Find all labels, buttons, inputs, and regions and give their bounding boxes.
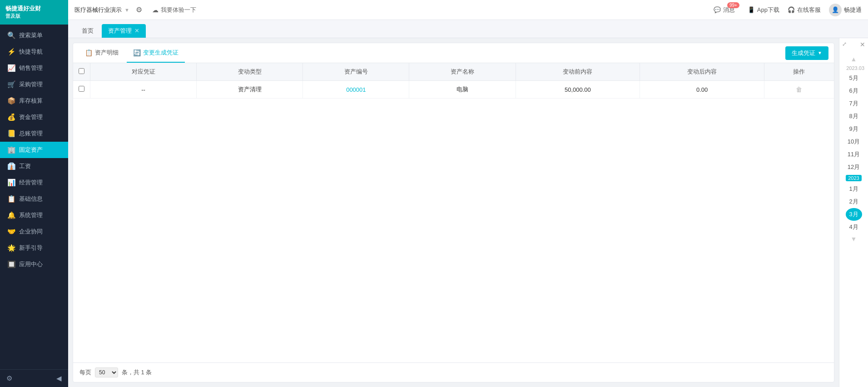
cal-month-2月[interactable]: 2月: [846, 195, 862, 208]
sidebar-item-sales[interactable]: 📈销售管理: [0, 60, 68, 76]
calendar-resize-icon[interactable]: ⤢: [842, 41, 847, 47]
content: 首页资产管理✕ 📋资产明细🔄变更生成凭证 生成凭证 ▼: [68, 20, 868, 387]
sidebar-label-fixed-assets: 固定资产: [19, 146, 43, 154]
calendar-scroll-up[interactable]: ▲: [849, 54, 859, 64]
cal-month-prev-12月[interactable]: 12月: [846, 161, 862, 174]
sidebar-item-enterprise[interactable]: 🤝企业协同: [0, 223, 68, 240]
messages-action[interactable]: 💬 消息 99+: [714, 6, 735, 14]
select-all-checkbox[interactable]: [79, 68, 84, 74]
row-operation-0: 🗑: [764, 81, 834, 99]
th-operation: 操作: [764, 63, 834, 81]
th-checkbox: [73, 63, 90, 81]
sidebar-label-search: 搜索菜单: [19, 31, 43, 40]
sidebar-label-operations: 经营管理: [19, 179, 43, 187]
per-page-select[interactable]: 102050100: [95, 367, 118, 377]
sidebar-label-salary: 工资: [19, 162, 31, 170]
cal-month-3月[interactable]: 3月: [846, 208, 862, 221]
enterprise-icon: 🤝: [7, 228, 15, 236]
page-content: 📋资产明细🔄变更生成凭证 生成凭证 ▼: [68, 38, 868, 387]
cal-month-prev-6月[interactable]: 6月: [846, 84, 862, 97]
sidebar-item-funds[interactable]: 💰资金管理: [0, 109, 68, 125]
sub-tab-asset-detail[interactable]: 📋资产明细: [79, 43, 125, 63]
sidebar-label-app-center: 应用中心: [19, 260, 43, 268]
row-voucher-0: --: [90, 81, 197, 99]
row-checkbox-0[interactable]: [79, 86, 84, 92]
topbar-settings-icon[interactable]: ⚙: [136, 5, 142, 14]
sidebar-item-guide[interactable]: 🌟新手引导: [0, 240, 68, 256]
cal-month-1月[interactable]: 1月: [846, 183, 862, 195]
tab-asset-management[interactable]: 资产管理✕: [102, 24, 146, 38]
user-profile[interactable]: 👤 畅捷通: [829, 4, 862, 16]
calendar-prev-year-label: 2023.03: [839, 65, 868, 71]
sidebar-item-salary[interactable]: 👔工资: [0, 158, 68, 174]
sidebar-label-funds: 资金管理: [19, 113, 43, 121]
try-experience[interactable]: ☁ 我要体验一下: [152, 6, 196, 14]
cal-month-prev-9月[interactable]: 9月: [846, 123, 862, 135]
quick-nav-icon: ⚡: [7, 48, 15, 56]
per-page-label: 每页: [79, 368, 91, 377]
main: 医疗器械行业演示 ▼ ⚙ ☁ 我要体验一下 💬 消息 99+ 📱 App下载 🎧…: [68, 0, 868, 387]
fixed-assets-icon: 🏢: [7, 146, 15, 154]
app-title: 畅捷通好业财: [5, 5, 63, 13]
sidebar-item-quick-nav[interactable]: ⚡快捷导航: [0, 44, 68, 60]
avatar-icon: 👤: [832, 6, 839, 13]
sidebar-item-basic-info[interactable]: 📋基础信息: [0, 191, 68, 207]
sidebar-label-sales: 销售管理: [19, 64, 43, 72]
calendar-current-year-tag: 2023: [846, 175, 861, 181]
calendar-scroll-down[interactable]: ▼: [849, 233, 859, 244]
sidebar-item-app-center[interactable]: 🔲应用中心: [0, 256, 68, 273]
sales-icon: 📈: [7, 64, 15, 72]
sidebar-item-purchase[interactable]: 🛒采购管理: [0, 76, 68, 93]
cal-month-4月[interactable]: 4月: [846, 221, 862, 233]
collapse-icon[interactable]: ◀: [56, 374, 62, 382]
calendar-panel: ⤢ ✕ ▲ 2023.03 5月6月7月8月9月10月11月12月 2023 1…: [839, 38, 868, 387]
inventory-icon: 📦: [7, 97, 15, 105]
sub-tab-change-voucher[interactable]: 🔄变更生成凭证: [127, 43, 185, 63]
sidebar-item-search[interactable]: 🔍搜索菜单: [0, 27, 68, 44]
cal-month-prev-11月[interactable]: 11月: [846, 148, 862, 161]
row-before-change-0: 50,000.00: [516, 81, 640, 99]
sidebar-label-guide: 新手引导: [19, 244, 43, 252]
topbar-right: 💬 消息 99+ 📱 App下载 🎧 在线客服 👤 畅捷通: [714, 4, 862, 16]
sidebar-item-fixed-assets[interactable]: 🏢固定资产: [0, 142, 68, 158]
change-voucher-tab-icon: 🔄: [133, 49, 141, 56]
sidebar-item-ledger[interactable]: 📒总账管理: [0, 125, 68, 142]
app-download-action[interactable]: 📱 App下载: [748, 6, 779, 14]
sidebar-label-ledger: 总账管理: [19, 129, 43, 138]
online-service-action[interactable]: 🎧 在线客服: [788, 6, 821, 14]
generate-arrow-icon: ▼: [818, 50, 822, 55]
purchase-icon: 🛒: [7, 80, 15, 89]
cal-month-prev-5月[interactable]: 5月: [846, 72, 862, 84]
asset-detail-tab-label: 资产明细: [95, 49, 119, 57]
calendar-current-months: 1月2月3月4月: [846, 183, 862, 233]
sidebar-item-operations[interactable]: 📊经营管理: [0, 174, 68, 191]
pagination: 每页 102050100 条，共 1 条: [73, 362, 834, 382]
settings-icon[interactable]: ⚙: [6, 374, 12, 382]
cal-month-prev-8月[interactable]: 8月: [846, 110, 862, 123]
sidebar-item-system[interactable]: 🔔系统管理: [0, 207, 68, 223]
sidebar-nav: 🔍搜索菜单⚡快捷导航📈销售管理🛒采购管理📦库存核算💰资金管理📒总账管理🏢固定资产…: [0, 25, 68, 369]
table-header-row: 对应凭证 变动类型 资产编号 资产名称 变动前内容 变动后内容 操作: [73, 63, 834, 81]
try-label: 我要体验一下: [161, 6, 196, 14]
sidebar-item-inventory[interactable]: 📦库存核算: [0, 93, 68, 109]
cal-month-prev-7月[interactable]: 7月: [846, 97, 862, 110]
sidebar-bottom: ⚙ ◀: [0, 369, 68, 387]
row-change-type-0: 资产清理: [197, 81, 303, 99]
asset-detail-tab-icon: 📋: [85, 49, 93, 56]
tab-home[interactable]: 首页: [75, 24, 100, 38]
topbar: 医疗器械行业演示 ▼ ⚙ ☁ 我要体验一下 💬 消息 99+ 📱 App下载 🎧…: [68, 0, 868, 20]
cloud-icon: ☁: [152, 6, 159, 14]
delete-icon-0[interactable]: 🗑: [796, 86, 802, 93]
app-download-icon: 📱: [748, 6, 755, 13]
company-selector[interactable]: 医疗器械行业演示 ▼: [74, 6, 129, 14]
calendar-close-icon[interactable]: ✕: [860, 41, 865, 48]
table-container: 对应凭证 变动类型 资产编号 资产名称 变动前内容 变动后内容 操作 --: [73, 63, 834, 362]
th-voucher: 对应凭证: [90, 63, 197, 81]
th-after-change: 变动后内容: [640, 63, 764, 81]
generate-voucher-button[interactable]: 生成凭证 ▼: [785, 46, 828, 60]
total-label: 条，共 1 条: [122, 368, 152, 377]
tab-close-icon[interactable]: ✕: [134, 27, 139, 34]
cal-month-prev-10月[interactable]: 10月: [846, 135, 862, 148]
row-after-change-0: 0.00: [640, 81, 764, 99]
online-service-icon: 🎧: [788, 6, 795, 13]
